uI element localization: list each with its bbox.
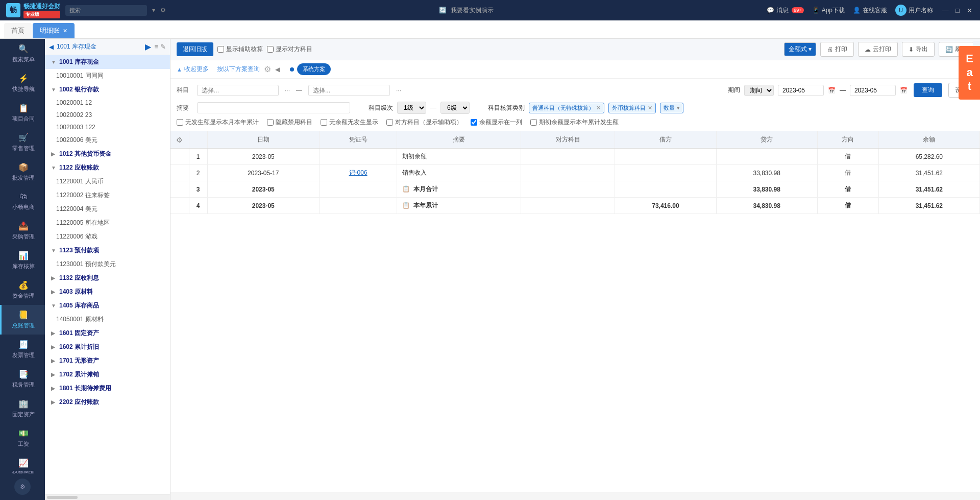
sidebar-item-quicknav[interactable]: ⚡ 快捷导航 xyxy=(0,68,45,98)
tree-item-1702[interactable]: ▶ 1702 累计摊销 xyxy=(45,368,170,382)
scheme-settings-icon[interactable]: ⚙ xyxy=(264,64,271,74)
print-btn[interactable]: 🖨 打印 xyxy=(820,42,854,57)
system-scheme-btn[interactable]: 系统方案 xyxy=(297,63,331,75)
filter-tag-1-close[interactable]: ✕ xyxy=(596,105,601,111)
user-btn[interactable]: U 用户名称 xyxy=(895,5,933,16)
sidebar-item-inventory[interactable]: 📊 库存核算 xyxy=(0,246,45,275)
tab-detail[interactable]: 明细账 ✕ xyxy=(33,23,75,38)
tree-toggle-2202[interactable]: ▶ xyxy=(51,399,57,405)
filter-tag-2-close[interactable]: ✕ xyxy=(648,105,652,111)
topbar-settings[interactable]: ⚙ xyxy=(160,7,166,14)
tab-close-icon[interactable]: ✕ xyxy=(63,28,67,34)
sidebar-item-mgmt[interactable]: 📈 经营管理 xyxy=(0,453,45,473)
chk-balance-one-col[interactable]: 余额显示在一列 xyxy=(471,118,522,127)
sidebar-item-tax[interactable]: 📑 税务管理 xyxy=(0,364,45,394)
tree-item-1012[interactable]: ▶ 1012 其他货币资金 xyxy=(45,147,170,161)
topbar-dropdown[interactable]: ▾ xyxy=(152,7,155,14)
voucher-link-2[interactable]: 记-006 xyxy=(349,169,368,176)
show-auxiliary-input[interactable] xyxy=(217,46,224,53)
tree-toggle-1001[interactable]: ▼ xyxy=(51,59,57,65)
tree-item-1601[interactable]: ▶ 1601 固定资产 xyxy=(45,326,170,340)
tree-item-1602[interactable]: ▶ 1602 累计折旧 xyxy=(45,340,170,354)
tree-toggle-1122[interactable]: ▼ xyxy=(51,165,57,171)
tree-item-1405[interactable]: ▼ 1405 库存商品 xyxy=(45,299,170,313)
sidebar-item-salary[interactable]: 💵 工资 xyxy=(0,423,45,453)
tree-item-1132[interactable]: ▶ 1132 应收利息 xyxy=(45,271,170,285)
tree-hscroll[interactable] xyxy=(45,494,170,500)
tree-toggle-1123[interactable]: ▼ xyxy=(51,248,57,253)
sidebar-gear-btn[interactable]: ⚙ xyxy=(14,479,31,495)
tree-item-11220002[interactable]: 11220002 往来标签 xyxy=(45,188,170,202)
show-opposite-check[interactable]: 显示对方科目 xyxy=(267,45,312,54)
tab-home[interactable]: 首页 xyxy=(4,23,32,38)
collapse-btn[interactable]: ▲ 收起更多 xyxy=(177,65,209,74)
eat-label[interactable]: Eat xyxy=(959,46,980,100)
level-to-select[interactable]: 6级 xyxy=(440,102,470,114)
calendar-from-icon[interactable]: 📅 xyxy=(828,87,836,94)
chk-no-amount-input[interactable] xyxy=(177,119,183,126)
tree-item-1123[interactable]: ▼ 1123 预付款项 xyxy=(45,244,170,257)
tree-toggle-1132[interactable]: ▶ xyxy=(51,275,57,281)
tree-item-10020001[interactable]: 10020001 12 xyxy=(45,97,170,109)
sidebar-item-wholesale[interactable]: 📦 批发管理 xyxy=(0,157,45,187)
maximize-btn[interactable]: □ xyxy=(953,6,962,14)
tree-item-11220006[interactable]: 11220006 游戏 xyxy=(45,230,170,244)
chk-opposite-input[interactable] xyxy=(386,119,393,126)
subject-from-input[interactable] xyxy=(197,85,279,96)
subject-to-input[interactable] xyxy=(308,85,390,96)
tree-item-1002[interactable]: ▼ 1002 银行存款 xyxy=(45,83,170,97)
export-btn[interactable]: ⬇ 导出 xyxy=(902,42,935,57)
tree-item-1801[interactable]: ▶ 1801 长期待摊费用 xyxy=(45,382,170,395)
calendar-to-icon[interactable]: 📅 xyxy=(900,87,908,94)
format-btn[interactable]: 金额式 ▾ xyxy=(784,42,816,56)
tree-list-icon[interactable]: ≡ xyxy=(154,43,158,51)
summary-input[interactable] xyxy=(197,102,350,113)
show-opposite-input[interactable] xyxy=(267,46,274,53)
chk-no-balance-input[interactable] xyxy=(321,119,327,126)
tree-item-1403[interactable]: ▶ 1403 原材料 xyxy=(45,285,170,299)
chk-opposite[interactable]: 对方科目（显示辅助项） xyxy=(386,118,462,127)
tree-item-2202[interactable]: ▶ 2202 应付账款 xyxy=(45,395,170,409)
sidebar-item-ecommerce[interactable]: 🛍 小畅电商 xyxy=(0,187,45,216)
minimize-btn[interactable]: — xyxy=(941,6,949,14)
tree-toggle-1002[interactable]: ▼ xyxy=(51,87,57,92)
sidebar-item-search[interactable]: 🔍 搜索菜单 xyxy=(0,39,45,68)
search-box-topbar[interactable]: 搜索 xyxy=(65,5,147,16)
tree-item-10020006[interactable]: 10020006 美元 xyxy=(45,133,170,147)
cloud-print-btn[interactable]: ☁ 云打印 xyxy=(858,42,898,57)
message-btn[interactable]: 💬 消息 99+ xyxy=(767,6,803,15)
chk-opening[interactable]: 期初余额显示本年累计发生额 xyxy=(530,118,619,127)
tree-item-10020003[interactable]: 10020003 122 xyxy=(45,121,170,133)
tree-toggle-1601[interactable]: ▶ xyxy=(51,330,57,336)
sidebar-item-retail[interactable]: 🛒 零售管理 xyxy=(0,128,45,157)
show-auxiliary-check[interactable]: 显示辅助核算 xyxy=(217,45,263,54)
table-gear-icon[interactable]: ⚙ xyxy=(176,136,183,144)
tree-item-11230001[interactable]: 11230001 预付款美元 xyxy=(45,257,170,271)
tree-hscroll-thumb[interactable] xyxy=(47,496,78,499)
chk-hide-disabled-input[interactable] xyxy=(267,119,274,126)
period-to-input[interactable] xyxy=(850,85,896,96)
app-download-btn[interactable]: 📱 App下载 xyxy=(812,6,845,15)
tree-item-11220004[interactable]: 11220004 美元 xyxy=(45,202,170,216)
sidebar-item-ledger[interactable]: 📒 总账管理 xyxy=(0,305,45,335)
tree-forward-icon[interactable]: ▶ xyxy=(145,42,151,52)
tree-toggle-1702[interactable]: ▶ xyxy=(51,372,57,377)
sidebar-item-invoice[interactable]: 🧾 发票管理 xyxy=(0,335,45,364)
tree-item-14050001[interactable]: 14050001 原材料 xyxy=(45,313,170,326)
chk-balance-one-col-input[interactable] xyxy=(471,119,477,126)
chk-no-amount[interactable]: 无发生额显示本月本年累计 xyxy=(177,118,259,127)
tree-toggle-1403[interactable]: ▶ xyxy=(51,289,57,295)
tree-toggle-1405[interactable]: ▼ xyxy=(51,303,57,308)
demo-link[interactable]: 我要看实例演示 xyxy=(451,6,494,15)
period-from-input[interactable] xyxy=(778,85,824,96)
chk-hide-disabled[interactable]: 隐藏禁用科目 xyxy=(267,118,312,127)
tree-item-10020002[interactable]: 10020002 23 xyxy=(45,109,170,121)
chk-opening-input[interactable] xyxy=(530,119,537,126)
tree-toggle-1701[interactable]: ▶ xyxy=(51,358,57,364)
tree-edit-icon[interactable]: ✎ xyxy=(160,43,166,51)
tree-item-10010001[interactable]: 10010001 同同同 xyxy=(45,69,170,83)
tree-back-icon[interactable]: ◀ xyxy=(49,43,54,51)
tree-item-1122[interactable]: ▼ 1122 应收账款 xyxy=(45,161,170,175)
period-from-select[interactable]: 期间 xyxy=(744,85,774,96)
tree-item-11220005[interactable]: 11220005 所在地区 xyxy=(45,216,170,230)
